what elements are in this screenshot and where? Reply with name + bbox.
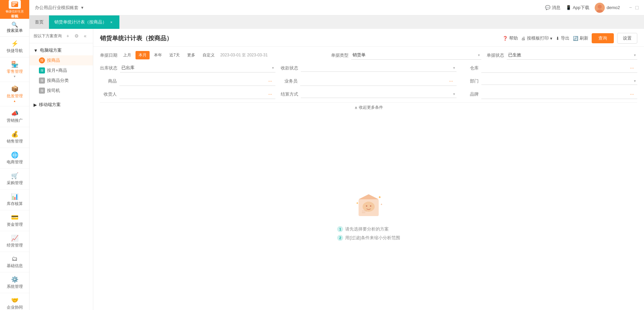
sidebar-item-wholesale[interactable]: 📦 批发管理 ▴: [0, 82, 29, 106]
app-download-link[interactable]: 📱 App下载: [566, 5, 589, 11]
top-header: 办公用品行业模拟账套 ▾ 💬 消息 📱 App下载 de: [30, 0, 644, 15]
sidebar-item-ecom[interactable]: 🌐 电商管理: [0, 148, 29, 169]
tree-arrow-pc: ▼: [34, 48, 38, 53]
date-btn-last-month[interactable]: 上月: [120, 51, 134, 59]
scheme-icon-by-cashier: 按: [39, 88, 45, 94]
doc-status-label: 单据状态: [487, 52, 504, 58]
filter-out-status-field: 出库状态 已出库 ▾: [100, 63, 275, 72]
message-link[interactable]: 💬 消息: [545, 5, 560, 11]
filter-salesman-field: 业务员 ···: [281, 76, 456, 86]
warehouse-select[interactable]: ···: [481, 63, 637, 73]
sidebar-item-sales[interactable]: 💰 销售管理: [0, 127, 29, 148]
print-link[interactable]: 🖨 按模板打印 ▾: [521, 35, 552, 41]
doc-type-value: 销货单: [353, 52, 478, 58]
filter-date-field: 单据日期 上月 本月 本年 近7天 更多 自定义 2023-03-01 至 20…: [100, 51, 326, 59]
sidebar-item-label: 企业协同: [7, 305, 23, 310]
settings-button[interactable]: 设置: [617, 33, 637, 44]
panel-actions: + ⚙ «: [64, 32, 89, 40]
sidebar-item-enterprise[interactable]: 🤝 企业协同: [0, 293, 29, 310]
maximize-button[interactable]: □: [635, 5, 639, 11]
sidebar-item-label: 零售管理: [7, 69, 23, 74]
sidebar-item-purchase[interactable]: 🛒 采购管理: [0, 169, 29, 190]
add-scheme-button[interactable]: +: [64, 32, 71, 40]
doc-status-select[interactable]: 已生效 ▾: [507, 51, 637, 60]
salesman-select[interactable]: ···: [300, 76, 456, 86]
date-btn-7days[interactable]: 近7天: [166, 51, 183, 59]
sidebar-item-inventory[interactable]: 📊 库存核算: [0, 190, 29, 210]
sidebar-item-system[interactable]: ⚙️ 系统管理: [0, 272, 29, 293]
scheme-icon-by-month-goods: 按: [39, 67, 45, 73]
svg-point-11: [370, 205, 371, 207]
sidebar-item-retail[interactable]: 🏪 零售管理 ▾: [0, 57, 29, 82]
page-actions: ❓ 帮助 🖨 按模板打印 ▾ ⬇ 导出 🔄 刷新: [502, 33, 637, 44]
scheme-icon-by-goods: 按: [39, 57, 45, 63]
minimize-button[interactable]: －: [628, 4, 633, 11]
empty-state-image: ✦ ✦ ✦: [348, 186, 389, 219]
download-icon: 📱: [566, 5, 571, 10]
payment-arrow: ▾: [453, 92, 455, 96]
recv-status-arrow: ▾: [453, 66, 455, 70]
collapse-panel-button[interactable]: «: [82, 32, 89, 40]
date-btn-more[interactable]: 更多: [184, 51, 198, 59]
payment-select[interactable]: ▾: [301, 91, 456, 98]
help-link[interactable]: ❓ 帮助: [502, 35, 518, 41]
receiver-select[interactable]: ···: [119, 89, 275, 99]
svg-text:✦: ✦: [356, 201, 359, 205]
doc-type-select[interactable]: 销货单 ▾: [351, 51, 482, 60]
sidebar-item-label: 系统管理: [7, 284, 23, 290]
collapse-button[interactable]: ∧ 收起更多条件: [100, 102, 637, 112]
sidebar-item-label: 电商管理: [7, 159, 23, 165]
warehouse-dots[interactable]: ···: [628, 64, 636, 71]
empty-state: ✦ ✦ ✦ 1 请先选择要分析的方案 2 用[过滤]条: [93, 116, 644, 310]
search-menu[interactable]: 🔍 搜索菜单: [0, 19, 29, 37]
tab-close-button[interactable]: ×: [109, 19, 114, 25]
dept-arrow: ▾: [634, 79, 636, 83]
main-area: 办公用品行业模拟账套 ▾ 💬 消息 📱 App下载 de: [30, 0, 644, 310]
settings-scheme-button[interactable]: ⚙: [73, 32, 80, 40]
refresh-link[interactable]: 🔄 刷新: [573, 35, 588, 41]
date-btn-this-month[interactable]: 本月: [136, 51, 150, 59]
dept-select[interactable]: ▾: [481, 78, 637, 85]
out-status-select[interactable]: 已出库 ▾: [120, 63, 275, 72]
tree-parent-pc[interactable]: ▼ 电脑端方案: [30, 45, 93, 55]
export-link[interactable]: ⬇ 导出: [556, 35, 570, 41]
tree-child-by-goods[interactable]: 按 按商品: [30, 55, 93, 65]
sidebar-item-base[interactable]: 🗂 基础信息: [0, 252, 29, 272]
svg-rect-3: [12, 5, 14, 6]
window-controls: － □: [628, 4, 639, 11]
tab-home[interactable]: 首页: [30, 15, 49, 29]
brand-dots[interactable]: ···: [628, 91, 636, 97]
filter-goods-field: 商品 ···: [100, 76, 275, 86]
workspace-selector[interactable]: 办公用品行业模拟账套 ▾: [35, 5, 84, 11]
sidebar-item-label: 销售管理: [7, 139, 23, 144]
goods-label: 商品: [100, 78, 117, 84]
goods-select[interactable]: ···: [119, 76, 275, 86]
receiver-dots[interactable]: ···: [266, 91, 274, 97]
goods-dots[interactable]: ···: [266, 78, 274, 84]
date-label: 单据日期: [100, 52, 117, 58]
query-button[interactable]: 查询: [592, 33, 614, 43]
sidebar-item-operations[interactable]: 📈 经营管理: [0, 231, 29, 252]
sidebar-item-marketing[interactable]: 📣 营销推广: [0, 106, 29, 127]
tree-child-by-cashier[interactable]: 按 按司机: [30, 86, 93, 96]
brand-select[interactable]: ···: [481, 89, 637, 99]
tree-parent-mobile[interactable]: ▶ 移动端方案: [30, 100, 93, 110]
date-btn-custom[interactable]: 自定义: [200, 51, 218, 59]
sidebar-item-finance[interactable]: 💳 资金管理: [0, 210, 29, 231]
refresh-icon: 🔄: [573, 36, 578, 41]
sidebar-item-nav[interactable]: ⚡ 批发管理 快捷导航: [0, 37, 29, 57]
page-title-bar: 销货单统计计表（按商品） ❓ 帮助 🖨 按模板打印 ▾ ⬇ 导出: [93, 29, 644, 47]
user-avatar[interactable]: demo2: [595, 3, 620, 13]
doc-type-arrow: ▾: [478, 53, 480, 57]
date-btn-this-year[interactable]: 本年: [151, 51, 165, 59]
tab-active[interactable]: 销货单统计计表（按商品） ×: [49, 15, 119, 29]
tree-child-by-month-goods[interactable]: 按 按月+商品: [30, 65, 93, 75]
tree-child-by-goods-cat[interactable]: 按 按商品分类: [30, 75, 93, 86]
page-title: 销货单统计计表（按商品）: [100, 34, 172, 42]
message-icon: 💬: [545, 5, 550, 10]
salesman-dots[interactable]: ···: [447, 78, 455, 84]
svg-marker-8: [359, 194, 379, 199]
salesman-label: 业务员: [281, 78, 298, 84]
warehouse-label: 仓库: [462, 65, 479, 71]
recv-status-select[interactable]: ▾: [301, 64, 456, 72]
